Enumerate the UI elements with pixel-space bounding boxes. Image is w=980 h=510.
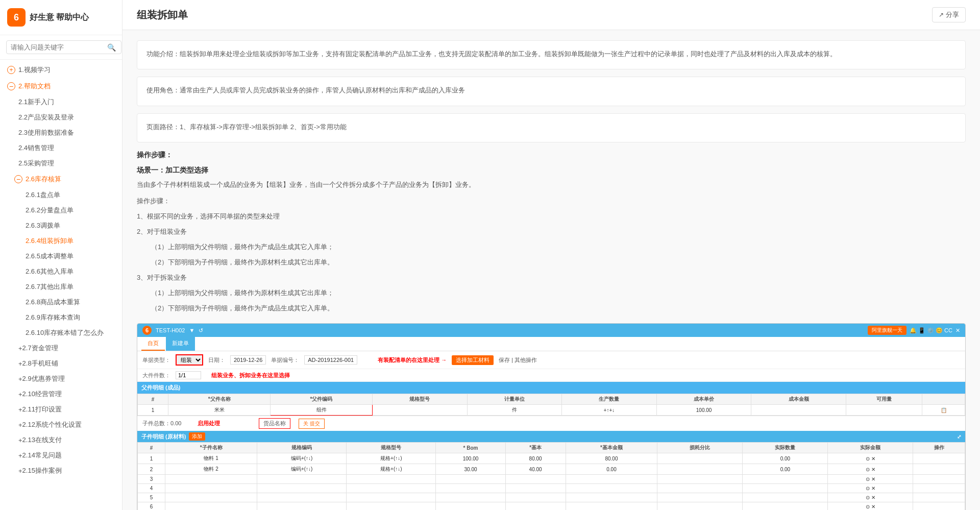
plus-icon-4: + [18, 375, 22, 383]
sidebar-item-s2_6[interactable]: − 2.6库存核算 [0, 171, 122, 187]
table-cell [657, 502, 743, 510]
sidebar-sub-label: 2.6.8商品成本重算 [26, 298, 80, 307]
sidebar-item-s2_5[interactable]: 2.5采购管理 [0, 156, 122, 171]
sidebar-item-s2_13[interactable]: + 2.13在线支付 [0, 432, 122, 448]
table-cell: 📋 [922, 405, 965, 416]
col-header [922, 394, 965, 405]
sidebar-item-s2_6_5[interactable]: 2.6.5成本调整单 [0, 249, 122, 264]
plus-icon-3: + [18, 360, 22, 368]
mock-lower-title: 子件明细 (原材料) [141, 433, 186, 441]
sidebar-item-label: 1.视频学习 [18, 65, 51, 75]
sidebar-sub-label: 2.1新手入门 [18, 98, 54, 107]
plus-icon-2: + [18, 345, 22, 352]
sidebar-item-s2_6_1[interactable]: 2.6.1盘点单 [0, 187, 122, 203]
col-header: 操作 [913, 443, 965, 453]
col-header: *父件编码 [271, 394, 373, 405]
table-cell [743, 502, 828, 510]
col-header: 计量单位 [467, 394, 562, 405]
mock-bom-btn[interactable]: 选择加工材料 [452, 355, 494, 365]
table-cell [257, 502, 347, 510]
mock-type-select[interactable]: 组装 拆卸 [176, 354, 203, 366]
mock-close-icon: ✕ [955, 327, 960, 334]
sidebar-sub-label: 2.6.3调拨单 [26, 221, 60, 230]
table-cell [165, 493, 257, 502]
function-intro-block: 功能介绍：组装拆卸单用来处理企业组装或拆卸等加工业务，支持有固定装配清单的产品加… [137, 40, 966, 69]
mock-orange-action-btn[interactable]: 阿里旗舰一天 [868, 326, 906, 335]
scene1-title: 场景一：加工类型选择 [137, 166, 966, 175]
table-cell: 3 [138, 475, 165, 484]
table-cell [913, 502, 965, 510]
sidebar-item-s2_9[interactable]: + 2.9优惠券管理 [0, 371, 122, 386]
col-header: 损耗分比 [657, 443, 743, 453]
table-cell [913, 493, 965, 502]
sidebar-item-s2_12[interactable]: + 2.12系统个性化设置 [0, 417, 122, 432]
table-cell: 30.00 [436, 464, 505, 475]
table-cell [436, 493, 505, 502]
sidebar-item-s2_14[interactable]: + 2.14常见问题 [0, 448, 122, 463]
col-header: 实际金额 [828, 443, 913, 453]
sidebar-sub-label: 2.4销售管理 [18, 143, 54, 153]
sidebar-item-s2[interactable]: − 2.帮助文档 [0, 78, 122, 94]
sidebar-item-s2_15[interactable]: + 2.15操作案例 [0, 463, 122, 478]
search-input[interactable] [6, 40, 121, 54]
minus-icon-2: − [14, 175, 22, 183]
share-button[interactable]: ↗ 分享 [932, 7, 966, 22]
table-cell [913, 453, 965, 464]
mock-qty-input[interactable] [176, 371, 201, 379]
sidebar-sub-label: 2.6.1盘点单 [26, 190, 60, 200]
sidebar-item-s1[interactable]: + 1.视频学习 [0, 62, 122, 78]
sidebar-item-s2_8[interactable]: + 2.8手机旺铺 [0, 356, 122, 371]
table-cell: 物料 1 [165, 453, 257, 464]
mock-sub-total: 子件总数：0.00 [142, 420, 181, 427]
plus-icon-6: + [18, 406, 22, 414]
sidebar-item-s2_6_2[interactable]: 2.6.2分量盘点单 [0, 203, 122, 218]
col-header: 规格编码 [257, 443, 347, 453]
sidebar-item-s2_7[interactable]: + 2.7资金管理 [0, 341, 122, 356]
mock-upper-section: 父件明细 (成品) # *父件名称 *父件编码 规格型号 计量单位 生产数量 成… [137, 382, 965, 416]
search-button[interactable]: 🔍 [107, 43, 116, 52]
mock-tab-active[interactable]: 自页 [141, 337, 165, 351]
sidebar-sub-label: 2.12系统个性化设置 [22, 420, 82, 429]
table-cell [505, 475, 566, 484]
sidebar-item-s2_6_8[interactable]: 2.6.8商品成本重算 [0, 295, 122, 310]
sidebar-item-s2_6_10[interactable]: 2.6.10库存账本错了怎么办 [0, 325, 122, 341]
sidebar-item-s2_4[interactable]: 2.4销售管理 [0, 140, 122, 156]
table-row: 4 ⊙ ✕ [138, 484, 965, 493]
mock-add-row-btn[interactable]: 添加 [189, 432, 205, 441]
function-intro-text: 功能介绍：组装拆卸单用来处理企业组装或拆卸等加工业务，支持有固定装配清单的产品加… [146, 48, 956, 60]
mock-ok-btn[interactable]: 关 提交 [299, 419, 325, 429]
table-cell-highlighted: 组件 [271, 405, 373, 416]
col-header: 成本单价 [656, 394, 751, 405]
sidebar-sub-label: 2.9优惠券管理 [22, 374, 65, 383]
sidebar-item-s2_10[interactable]: + 2.10经营管理 [0, 386, 122, 402]
sidebar-item-s2_6_3[interactable]: 2.6.3调拨单 [0, 218, 122, 233]
table-cell [436, 484, 505, 493]
minus-icon: − [7, 82, 15, 90]
sidebar-item-s2_6_9[interactable]: 2.6.9库存账本查询 [0, 310, 122, 325]
mock-tab-new[interactable]: 新建单 [166, 337, 195, 351]
table-cell [347, 475, 436, 484]
table-cell [657, 453, 743, 464]
sidebar-item-s2_6_4[interactable]: 2.6.4组装拆卸单 [0, 233, 122, 249]
step2-1: （1）上部明细为父件明细，最终作为产成品生成其它入库单； [151, 240, 966, 254]
sidebar-item-s2_6_7[interactable]: 2.6.7其他出库单 [0, 279, 122, 295]
mock-logo: 6 [142, 326, 152, 335]
table-cell [165, 502, 257, 510]
table-cell [657, 464, 743, 475]
col-header: 实际数量 [743, 443, 828, 453]
mock-lower-section: 子件明细 (原材料) 添加 ⤢ # *子件名称 规格编码 规格型号 * Bom [137, 431, 965, 510]
sidebar-item-s2_2[interactable]: 2.2产品安装及登录 [0, 110, 122, 125]
table-cell: 6 [138, 502, 165, 510]
sidebar-item-s2_3[interactable]: 2.3使用前数据准备 [0, 125, 122, 140]
sidebar-item-s2_6_6[interactable]: 2.6.6其他入库单 [0, 264, 122, 279]
mock-form-label3: 单据编号： [271, 356, 299, 364]
sidebar-sub-label: 2.15操作案例 [22, 466, 62, 475]
content-area: 功能介绍：组装拆卸单用来处理企业组装或拆卸等加工业务，支持有固定装配清单的产品加… [122, 30, 980, 510]
mock-form-number: AD-20191226-001 [304, 355, 357, 365]
col-header: 可用量 [846, 394, 922, 405]
table-cell: 0.00 [566, 464, 657, 475]
sidebar-item-s2_11[interactable]: + 2.11打印设置 [0, 402, 122, 417]
path-intro-text: 页面路径：1、库存核算->库存管理->组装拆卸单 2、首页->常用功能 [146, 121, 956, 133]
table-cell: 100.00 [656, 405, 751, 416]
sidebar-item-s2_1[interactable]: 2.1新手入门 [0, 94, 122, 110]
